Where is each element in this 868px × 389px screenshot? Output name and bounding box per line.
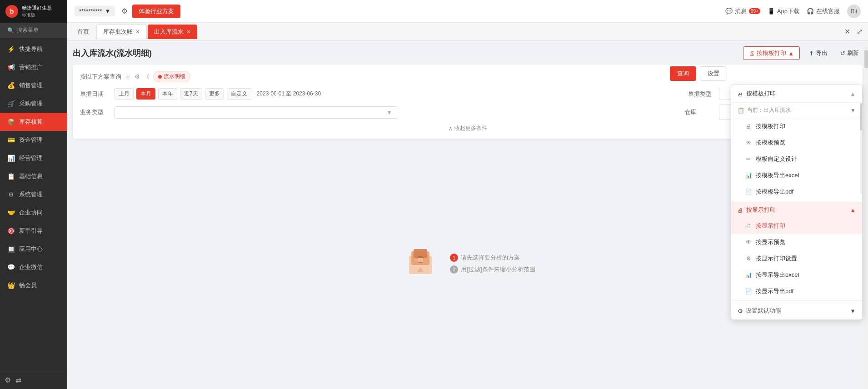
template-preview-icon: 👁 [745,139,752,146]
action-buttons: 查询 设置 [670,66,727,81]
export-button[interactable]: ⬆ 导出 [805,47,831,59]
search-menu[interactable]: 🔍 搜索菜单 [0,23,67,38]
sidebar-item-cooperation[interactable]: 🤝 企业协同 [0,204,67,222]
industry-solution-button[interactable]: 体验行业方案 [132,5,180,18]
export-icon: ⬆ [809,50,814,57]
dp-section-arrow: ▲ [850,207,856,214]
date-btn-more[interactable]: 更多 [205,88,224,100]
filter-add-button[interactable]: ＋ [125,73,131,81]
tutorial-icon: 🎯 [6,226,15,235]
date-btn-this-month[interactable]: 本月 [136,88,155,100]
user-selector[interactable]: ********** ▼ [75,6,115,16]
dp-item-template-preview[interactable]: 👁 按模板预览 [731,135,862,151]
sidebar-item-wechat[interactable]: 💬 企业微信 [0,258,67,276]
tab-batch-ledger-close[interactable]: ✕ [135,29,140,35]
display-print-icon: 🖨 [745,222,752,229]
close-all-tabs-button[interactable]: ✕ [843,26,852,37]
current-icon: 📋 [738,107,744,114]
app-download-icon: 📱 [768,8,775,15]
user-profile-button[interactable]: Rit [847,5,861,18]
print-template-button[interactable]: 🖨 按模板打印 ▲ [743,46,800,60]
filter-settings-button[interactable]: ⚙ [135,73,140,80]
printer-icon-dp: 🖨 [738,90,743,97]
sidebar-item-purchase[interactable]: 🛒 采购管理 [0,95,67,113]
message-icon: 💬 [725,8,733,15]
display-pdf-icon: 📄 [745,288,752,295]
display-settings-icon: ⚙ [745,255,752,262]
settings-button[interactable]: 设置 [700,66,727,81]
date-btn-this-year[interactable]: 本年 [158,88,177,100]
svg-rect-4 [417,258,424,262]
date-btn-custom[interactable]: 自定义 [227,88,251,100]
biz-type-select[interactable]: ▼ [115,106,397,119]
dp-item-template-custom[interactable]: ✏ 模板自定义设计 [731,151,862,167]
sidebar-item-operations[interactable]: 📊 经营管理 [0,149,67,167]
template-pdf-icon: 📄 [745,188,752,195]
page-actions: 🖨 按模板打印 ▲ ⬆ 导出 ↺ 刷新 [743,46,863,60]
sidebar-bottom: ⚙ ⇄ [0,371,67,389]
dp-header: 🖨 按模板打印 ▲ [731,85,862,103]
dp-sub-arrow: ▼ [850,107,856,114]
dp-section-display[interactable]: 🖨 按显示打印 ▲ [731,202,862,218]
dp-divider-2 [731,201,862,201]
print-dropdown-panel: 🖨 按模板打印 ▲ 📋 当前：出入库流水 ▼ 🖨 按模板打印 👁 按模板预览 [731,85,863,320]
dp-item-template-print[interactable]: 🖨 按模板打印 [731,118,862,135]
dp-item-template-excel[interactable]: 📊 按模板导出excel [731,167,862,184]
date-btn-last-month[interactable]: 上月 [115,88,134,100]
filter-collapse-button[interactable]: 《 [144,73,150,81]
message-button[interactable]: 💬 消息 99+ [725,7,760,15]
sidebar-item-sales[interactable]: 💰 销售管理 [0,76,67,95]
query-button[interactable]: 查询 [670,66,696,81]
dp-scrollbar[interactable] [860,103,862,194]
printer-icon: 🖨 [749,50,755,57]
dp-item-display-excel[interactable]: 📊 按显示导出excel [731,267,862,283]
sidebar-item-vip[interactable]: 👑 畅会员 [0,276,67,294]
sidebar-collapse-button[interactable]: ⇄ [15,376,21,384]
topbar-gear-button[interactable]: ⚙ [121,7,128,15]
expand-tabs-button[interactable]: ⤢ [855,26,864,37]
right-scrollbar-thumb[interactable] [864,50,868,68]
date-btn-last-7-days[interactable]: 近7天 [180,88,202,100]
template-custom-icon: ✏ [745,155,752,163]
sidebar-item-marketing[interactable]: 📢 营销推广 [0,58,67,76]
date-filter-label: 单据日期 [80,90,107,98]
collapse-link[interactable]: ∧ 收起更多条件 [449,125,487,132]
refresh-button[interactable]: ↺ 刷新 [837,47,863,59]
date-range-display: 2023-06-01 至 2023-06-30 [257,90,321,98]
sidebar-item-system[interactable]: ⚙ 系统管理 [0,185,67,204]
dp-item-display-settings[interactable]: ⚙ 按显示打印设置 [731,250,862,267]
message-badge: 99+ [749,8,760,14]
avatar: Rit [847,5,861,18]
sidebar-settings-button[interactable]: ⚙ [5,376,11,384]
sidebar-item-app-center[interactable]: 🔲 应用中心 [0,240,67,258]
tab-flow-close[interactable]: ✕ [186,29,191,35]
dp-collapse-arrow[interactable]: ▲ [850,90,856,97]
sidebar-item-inventory[interactable]: 📦 库存核算 [0,113,67,131]
tab-flow[interactable]: 出入库流水 ✕ [148,25,197,39]
sidebar-item-finance[interactable]: 💳 资金管理 [0,131,67,149]
filter-title: 按以下方案查询 [80,73,121,81]
tab-batch-ledger[interactable]: 库存批次账 ✕ [96,25,147,39]
display-preview-icon: 👁 [745,239,752,246]
dp-item-display-pdf[interactable]: 📄 按显示导出pdf [731,283,862,299]
sidebar-item-tutorial[interactable]: 🎯 新手引导 [0,222,67,240]
template-excel-icon: 📊 [745,172,752,179]
tab-flow-label: 出入库流水 [154,28,184,36]
customer-service-button[interactable]: 🎧 在线客服 [807,7,840,15]
filter-tag: 流水明细 [153,71,190,82]
dp-scrollbar-thumb[interactable] [860,103,862,130]
dp-footer[interactable]: ⚙ 设置默认功能 ▼ [731,302,862,319]
biz-type-label: 业务类型 [80,108,107,116]
sidebar-nav: ⚡ 快捷导航 📢 营销推广 💰 销售管理 🛒 采购管理 📦 库存核算 💳 资金管… [0,38,67,371]
dp-item-template-pdf[interactable]: 📄 按模板导出pdf [731,184,862,200]
sidebar-item-quick-nav[interactable]: ⚡ 快捷导航 [0,40,67,58]
dp-item-display-preview[interactable]: 👁 按显示预览 [731,234,862,250]
dp-item-display-print[interactable]: 🖨 按显示打印 [731,218,862,234]
tab-home[interactable]: 首页 [71,25,95,39]
right-scrollbar[interactable] [864,41,868,389]
app-logo[interactable]: b 畅捷通好生意 标准版 [0,0,67,23]
app-download-button[interactable]: 📱 App下载 [768,7,799,15]
marketing-icon: 📢 [6,63,15,72]
topbar-left: ********** ▼ ⚙ 体验行业方案 [75,5,180,18]
sidebar-item-basic-info[interactable]: 📋 基础信息 [0,167,67,185]
